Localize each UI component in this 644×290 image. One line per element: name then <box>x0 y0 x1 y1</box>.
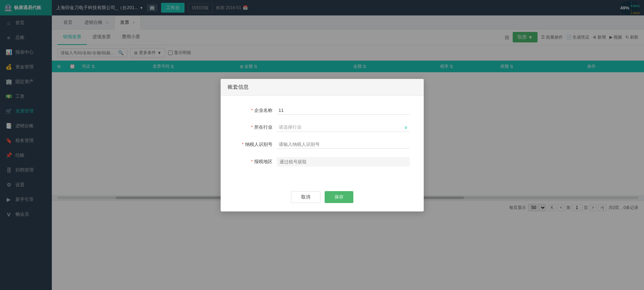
save-button[interactable]: 保存 <box>325 191 353 203</box>
modal-title: 账套信息 <box>221 79 424 96</box>
form-row-tax-id: * 纳税人识别号 <box>235 140 410 149</box>
form-row-tax-region: * 报税地区 <box>235 157 410 167</box>
form-row-industry: * 所在行业 请选择行业 ∨ <box>235 123 410 132</box>
company-label: * 企业名称 <box>235 107 277 114</box>
industry-select-wrapper[interactable]: 请选择行业 ∨ <box>277 123 410 132</box>
modal-body: * 企业名称 * 所在行业 请选择行业 ∨ <box>221 96 424 186</box>
company-name-input[interactable] <box>277 106 410 115</box>
modal-overlay[interactable]: 账套信息 * 企业名称 * 所在行业 请选择行业 <box>0 0 644 290</box>
industry-dropdown-icon: ∨ <box>404 124 408 130</box>
form-row-company: * 企业名称 <box>235 106 410 115</box>
modal-footer: 取消 保存 <box>221 186 424 211</box>
industry-select[interactable]: 请选择行业 <box>279 124 404 130</box>
tax-region-input <box>277 157 410 167</box>
cancel-button[interactable]: 取消 <box>291 191 320 203</box>
tax-id-input[interactable] <box>277 140 410 149</box>
tax-id-label: * 纳税人识别号 <box>235 141 277 148</box>
tax-region-label: * 报税地区 <box>235 159 277 165</box>
industry-label: * 所在行业 <box>235 124 277 130</box>
account-info-modal: 账套信息 * 企业名称 * 所在行业 请选择行业 <box>221 79 424 211</box>
